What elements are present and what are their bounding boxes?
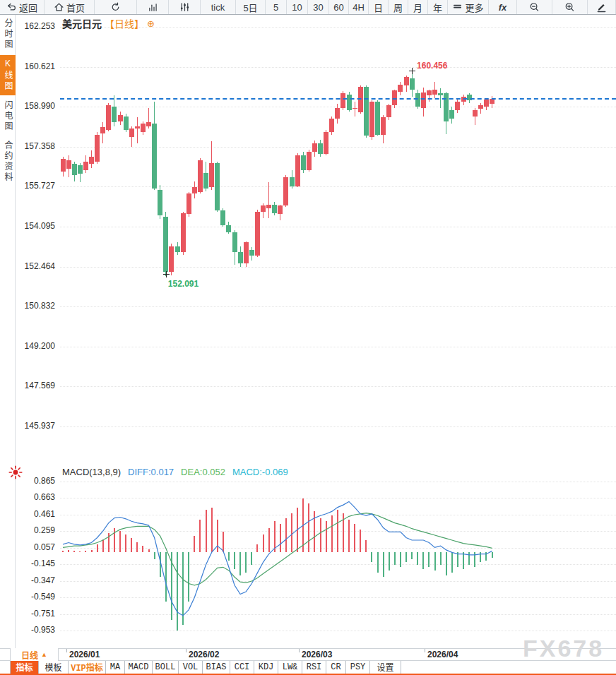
- toolbar-button-period-week[interactable]: 周: [389, 0, 408, 14]
- macd-hist-bar: [274, 521, 276, 552]
- period-selector-label: 日线: [21, 649, 38, 661]
- time-axis-label: 2026/03: [302, 650, 332, 659]
- sidebar-item-time-share-chart[interactable]: 分时图: [0, 15, 16, 54]
- macd-hist-bar: [239, 552, 241, 575]
- macd-hist-bar: [160, 552, 161, 577]
- toolbar-button-period-year[interactable]: 年: [428, 0, 448, 14]
- toolbar-button-period-tick[interactable]: tick: [201, 0, 236, 14]
- tab-kdj[interactable]: KDJ: [254, 661, 278, 674]
- macd-hist-bar: [474, 552, 475, 567]
- tab-boll[interactable]: BOLL: [153, 661, 179, 674]
- toolbar-button-period-5[interactable]: 5: [266, 0, 287, 14]
- toolbar-button-period-day[interactable]: 日: [369, 0, 389, 14]
- toolbar-button-bar-chart[interactable]: [137, 0, 169, 14]
- macd-hist-bar: [354, 524, 355, 553]
- macd-axis-label: -0.549: [11, 592, 55, 602]
- macd-hist-bar: [114, 528, 115, 553]
- tab-templates[interactable]: 模板: [39, 661, 69, 674]
- macd-hist-bar: [405, 552, 407, 562]
- macd-chart-plot[interactable]: 0.8650.6630.4610.2590.057-0.145-0.347-0.…: [0, 0, 616, 675]
- macd-hist-bar: [268, 528, 270, 553]
- macd-hist-bar: [377, 552, 379, 573]
- indicator-sliders-icon: [179, 1, 190, 13]
- macd-hist-bar: [194, 536, 195, 552]
- tab-macd[interactable]: MACD: [125, 661, 153, 674]
- toolbar-button-period-30[interactable]: 30: [308, 0, 329, 14]
- toolbar-button-zoom-out[interactable]: [517, 0, 552, 14]
- toolbar-button-period-60[interactable]: 60: [329, 0, 349, 14]
- time-axis-tick: [425, 649, 425, 652]
- toolbar-button-back[interactable]: 返回: [0, 0, 45, 14]
- macd-gridline: [60, 498, 616, 498]
- time-axis-label: 2026/01: [69, 650, 100, 659]
- macd-hist-bar: [142, 546, 143, 552]
- tab-indicators[interactable]: 指标: [10, 661, 39, 674]
- tab-lw[interactable]: LW&: [278, 661, 302, 674]
- toolbar-button-period-4h[interactable]: 4H: [349, 0, 369, 14]
- macd-axis-label: 0.057: [11, 542, 55, 552]
- macd-hist-bar: [228, 552, 230, 561]
- macd-hist-bar: [256, 544, 258, 553]
- tab-vol[interactable]: VOL: [179, 661, 203, 674]
- macd-hist-bar: [148, 549, 150, 553]
- tab-cci[interactable]: CCI: [230, 661, 254, 674]
- high-price-annotation: 160.456: [417, 61, 447, 71]
- macd-hist-bar: [223, 532, 224, 552]
- toolbar-label-period-4h: 4H: [353, 2, 365, 13]
- chevron-up-icon: ▲: [41, 651, 47, 658]
- toolbar-button-home[interactable]: 首页: [45, 0, 95, 14]
- macd-hist-bar: [263, 534, 264, 553]
- tab-cr[interactable]: CR: [326, 661, 346, 674]
- macd-hist-bar: [480, 552, 481, 562]
- tab-psy[interactable]: PSY: [346, 661, 370, 674]
- tab-ma[interactable]: MA: [106, 661, 125, 674]
- home-icon: [54, 1, 64, 13]
- toolbar-button-period-10[interactable]: 10: [287, 0, 308, 14]
- toolbar-button-fx-functions[interactable]: fx: [489, 0, 517, 14]
- toolbar: 返回首页tick5日51030604H日周月年更多fx: [0, 0, 616, 15]
- macd-hist-bar: [171, 552, 172, 619]
- macd-hist-bar: [97, 544, 98, 553]
- macd-hist-bar: [206, 510, 207, 552]
- sidebar-item-lightning-chart[interactable]: 闪电图: [0, 97, 16, 136]
- toolbar-button-period-5d[interactable]: 5日: [236, 0, 266, 14]
- toolbar-button-draw-pen[interactable]: [588, 0, 616, 14]
- macd-hist-bar: [62, 551, 64, 552]
- macd-axis-label: -0.751: [11, 609, 55, 619]
- toolbar-button-refresh[interactable]: [95, 0, 137, 14]
- period-selector[interactable]: 日线 ▲: [10, 648, 59, 661]
- app-window: 返回首页tick5日51030604H日周月年更多fx 分时图K线图闪电图合约资…: [0, 0, 616, 675]
- macd-hist-bar: [280, 524, 281, 553]
- tab-settings[interactable]: 设置: [370, 661, 401, 674]
- macd-hist-bar: [182, 552, 184, 624]
- macd-axis-label: -0.347: [11, 575, 55, 585]
- toolbar-button-zoom-in[interactable]: [552, 0, 588, 14]
- macd-hist-bar: [417, 552, 418, 564]
- toolbar-label-period-60: 60: [333, 2, 343, 13]
- macd-hist-bar: [314, 511, 315, 552]
- macd-hist-bar: [85, 551, 86, 552]
- macd-hist-bar: [119, 531, 121, 552]
- macd-hist-bar: [428, 552, 430, 567]
- macd-diff-value: DIFF:0.017: [128, 467, 174, 477]
- macd-hist-bar: [422, 552, 424, 568]
- add-symbol-icon[interactable]: ⊕: [147, 18, 155, 29]
- tab-bias[interactable]: BIAS: [203, 661, 230, 674]
- chart-title: 美元日元 【日线】 ⊕: [62, 16, 155, 30]
- zoom-out-icon: [529, 1, 540, 13]
- low-marker-icon: [166, 271, 167, 277]
- toolbar-button-period-month[interactable]: 月: [408, 0, 428, 14]
- toolbar-button-indicator-sliders[interactable]: [169, 0, 201, 14]
- tab-rsi[interactable]: RSI: [302, 661, 326, 674]
- indicator-settings-icon[interactable]: [8, 465, 23, 483]
- time-axis-tick: [186, 649, 186, 652]
- symbol-name: 美元日元: [62, 16, 102, 30]
- macd-hist-bar: [492, 552, 493, 558]
- sidebar-item-contract-info[interactable]: 合约资料: [0, 137, 16, 186]
- macd-hist-bar: [331, 515, 333, 552]
- tab-vip-indicators[interactable]: VIP指标: [69, 661, 106, 674]
- sidebar-item-kline-chart[interactable]: K线图: [0, 55, 16, 95]
- toolbar-button-more[interactable]: 更多: [448, 0, 489, 14]
- macd-axis-label: -0.953: [11, 625, 55, 635]
- chart-type-rail: 分时图K线图闪电图合约资料: [0, 15, 16, 648]
